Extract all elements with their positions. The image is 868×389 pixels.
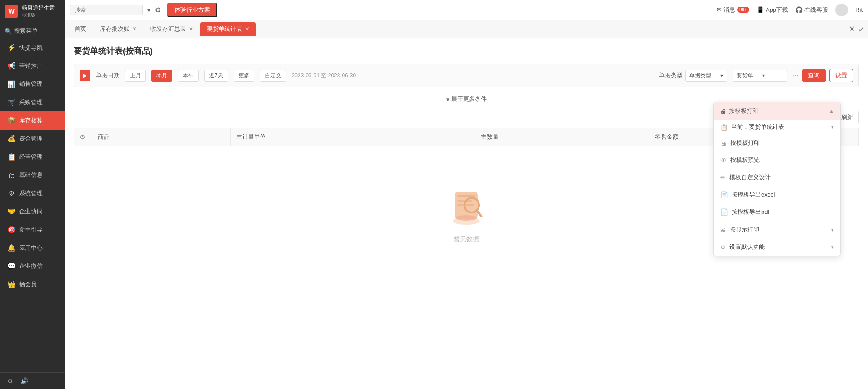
close-window-icon[interactable]: ✕ (849, 25, 855, 33)
sidebar-item-label: 新手引导 (19, 226, 43, 234)
finance-icon: 💰 (7, 135, 15, 143)
sidebar-item-label: 畅会员 (19, 280, 37, 288)
settings-button[interactable]: 设置 (829, 69, 853, 82)
messages-label: 消息 (723, 6, 735, 14)
date-btn-more[interactable]: 更多 (234, 70, 254, 82)
print-item-display-print[interactable]: 🖨 按显示打印 ▾ (714, 221, 840, 238)
sidebar-logo: W 畅康通好生意 标准版 (0, 0, 65, 23)
print-item-template-pdf[interactable]: 📄 按模板导出pdf (714, 203, 840, 221)
set-default-chevron-icon: ▾ (831, 244, 834, 250)
main-area: ▾ ⚙ 体验行业方案 ✉ 消息 99+ 📱 App下载 🎧 在线客服 Rit 首… (65, 0, 868, 389)
select-chevron-icon: ▾ (720, 72, 723, 79)
print-item-template-preview[interactable]: 👁 按模板预览 (714, 152, 840, 169)
doc-type-select[interactable]: 单据类型 ▾ (685, 70, 727, 82)
tab-collection-summary-label: 收发存汇总表 (150, 25, 186, 33)
trial-button[interactable]: 体验行业方案 (167, 3, 217, 17)
expand-down-icon: ▾ (446, 96, 449, 103)
app-download-button[interactable]: 📱 App下载 (757, 6, 788, 14)
template-print-label: 按模板打印 (730, 139, 760, 147)
sidebar-item-system[interactable]: ⚙ 系统管理 (0, 184, 65, 202)
sidebar-item-marketing[interactable]: 📢 营销推广 (0, 57, 65, 75)
expand-window-icon[interactable]: ⤢ (858, 25, 864, 33)
sidebar-item-guide[interactable]: 🎯 新手引导 (0, 221, 65, 239)
print-current-item[interactable]: 📋 当前：要货单统计表 ▾ (714, 120, 840, 134)
date-range-text: 2023-06-01 至 2023-06-30 (292, 72, 356, 80)
purchase-icon: 🛒 (7, 98, 15, 106)
print-dropdown-collapse-icon[interactable]: ▲ (829, 108, 834, 114)
more-options-icon[interactable]: ··· (793, 71, 798, 80)
message-icon: ✉ (717, 6, 722, 13)
quick-nav-icon: ⚡ (7, 44, 15, 52)
page-title: 要货单统计表(按商品) (74, 45, 859, 56)
template-design-icon: ✏ (720, 174, 726, 181)
template-excel-icon: 📄 (720, 191, 728, 198)
print-item-template-design[interactable]: ✏ 模板自定义设计 (714, 169, 840, 186)
sidebar-item-wechat[interactable]: 💬 企业微信 (0, 257, 65, 275)
sidebar-item-label: 应用中心 (19, 244, 43, 252)
sidebar-item-label: 系统管理 (19, 189, 43, 197)
user-name: Rit (855, 6, 863, 13)
print-item-template-print[interactable]: 🖨 按模板打印 (714, 134, 840, 152)
sidebar-item-operation[interactable]: 📋 经营管理 (0, 148, 65, 166)
appstore-icon: 🔔 (7, 244, 15, 252)
print-dropdown-title: 按模板打印 (729, 107, 758, 115)
filter-bar: ▶ 单据日期 上月 本月 本年 近7天 更多 自定义 2023-06-01 至 … (74, 64, 859, 87)
sidebar-item-label: 企业协同 (19, 207, 43, 216)
app-logo-icon: W (5, 5, 18, 18)
date-btn-7days[interactable]: 近7天 (204, 70, 228, 82)
sidebar-item-inventory[interactable]: 📦 库存核算 (0, 111, 65, 130)
sidebar-item-label: 资金管理 (19, 135, 43, 143)
search-label: 搜索菜单 (14, 27, 38, 35)
table-settings-icon[interactable]: ⚙ (80, 133, 85, 141)
sidebar-item-basic[interactable]: 🗂 基础信息 (0, 166, 65, 184)
topbar-gear-icon[interactable]: ⚙ (155, 6, 161, 14)
query-button[interactable]: 查询 (802, 69, 826, 82)
date-label: 单据日期 (96, 71, 120, 80)
template-excel-label: 按模板导出excel (732, 191, 775, 199)
basic-icon: 🗂 (7, 172, 15, 179)
order-type-value: 要货单 (737, 72, 753, 80)
tab-batch-account-close[interactable]: ✕ (132, 26, 137, 32)
sidebar-item-quick-nav[interactable]: ⚡ 快捷导航 (0, 39, 65, 57)
messages-button[interactable]: ✉ 消息 99+ (717, 6, 749, 14)
tab-batch-account[interactable]: 库存批次账 ✕ (94, 22, 143, 36)
topbar-search-input[interactable] (70, 5, 143, 15)
sidebar-item-label: 库存核算 (19, 116, 43, 125)
sidebar-item-member[interactable]: 👑 畅会员 (0, 275, 65, 293)
date-btn-last-month[interactable]: 上月 (125, 70, 146, 82)
col-unit: 主计量单位 (231, 128, 475, 146)
sidebar-item-sales[interactable]: 📊 销售管理 (0, 75, 65, 93)
svg-point-7 (455, 215, 477, 221)
tab-collection-summary[interactable]: 收发存汇总表 ✕ (144, 22, 200, 36)
sound-bottom-icon[interactable]: 🔊 (20, 377, 28, 384)
doc-type-label: 单据类型 (659, 71, 683, 80)
online-service-button[interactable]: 🎧 在线客服 (795, 6, 828, 14)
sidebar-item-appstore[interactable]: 🔔 应用中心 (0, 239, 65, 257)
tab-collection-summary-close[interactable]: ✕ (189, 26, 193, 32)
user-avatar[interactable] (835, 4, 848, 16)
set-default-label: 设置默认功能 (729, 243, 765, 251)
print-item-set-default[interactable]: ⚙ 设置默认功能 ▾ (714, 238, 840, 256)
topbar-dropdown-icon[interactable]: ▾ (147, 6, 150, 14)
col-quantity: 主数量 (475, 128, 649, 146)
tab-order-stats-close[interactable]: ✕ (245, 26, 249, 32)
search-icon: 🔍 (5, 28, 12, 35)
sidebar-item-enterprise[interactable]: 🤝 企业协同 (0, 202, 65, 221)
date-btn-this-year[interactable]: 本年 (178, 70, 199, 82)
refresh-label: 刷新 (841, 113, 853, 121)
tab-home[interactable]: 首页 (68, 22, 93, 36)
arrow-right-icon: ▶ (83, 72, 87, 79)
inventory-icon: 📦 (7, 116, 15, 125)
tab-order-stats[interactable]: 要货单统计表 ✕ (200, 22, 256, 36)
date-btn-this-month[interactable]: 本月 (151, 70, 172, 82)
app-logo-text: 畅康通好生意 标准版 (22, 5, 55, 18)
date-btn-custom[interactable]: 自定义 (260, 70, 286, 82)
sidebar-item-finance[interactable]: 💰 资金管理 (0, 130, 65, 148)
settings-bottom-icon[interactable]: ⚙ (7, 377, 13, 384)
download-icon: 📱 (757, 6, 764, 13)
sidebar-search-item[interactable]: 🔍 搜索菜单 (0, 23, 65, 39)
order-type-select[interactable]: 要货单 ▾ (733, 70, 787, 82)
print-item-template-excel[interactable]: 📄 按模板导出excel (714, 186, 840, 203)
sidebar-item-purchase[interactable]: 🛒 采购管理 (0, 93, 65, 111)
filter-expand-toggle[interactable]: ▶ (80, 70, 90, 81)
